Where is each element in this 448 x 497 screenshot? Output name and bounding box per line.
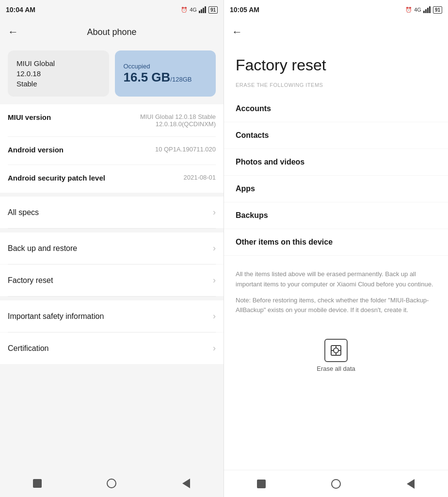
left-nav-bar bbox=[0, 470, 224, 497]
svg-rect-7 bbox=[429, 6, 431, 13]
right-status-bar: 10:05 AM ⏰ 4G 91 bbox=[224, 0, 448, 19]
right-home-icon bbox=[331, 479, 341, 489]
left-time: 10:04 AM bbox=[6, 6, 35, 14]
factory-reset-label: Factory reset bbox=[8, 276, 53, 285]
right-signal-bars-icon bbox=[423, 6, 431, 13]
svg-rect-3 bbox=[205, 6, 206, 13]
left-content: MIUI Global 12.0.18 Stable Occupied 16.5… bbox=[0, 45, 224, 470]
all-specs-chevron: › bbox=[213, 207, 216, 217]
right-back-button[interactable]: ← bbox=[232, 26, 242, 38]
certification-chevron: › bbox=[213, 343, 216, 353]
android-version-value: 10 QP1A.190711.020 bbox=[155, 146, 216, 153]
left-status-icons: ⏰ 4G 91 bbox=[181, 6, 218, 14]
recent-apps-icon bbox=[33, 479, 42, 488]
svg-rect-0 bbox=[199, 11, 200, 13]
safety-info-label: Important safety information bbox=[8, 312, 104, 321]
storage-section: MIUI Global 12.0.18 Stable Occupied 16.5… bbox=[0, 45, 224, 100]
left-status-bar: 10:04 AM ⏰ 4G 91 bbox=[0, 0, 224, 19]
right-back-icon bbox=[407, 479, 415, 489]
miui-version-card: MIUI Global 12.0.18 Stable bbox=[8, 50, 109, 97]
miui-card-text: MIUI Global 12.0.18 Stable bbox=[16, 58, 100, 89]
erase-apps-label: Apps bbox=[236, 184, 436, 193]
security-patch-label: Android security patch level bbox=[8, 174, 105, 182]
erase-all-data-button[interactable] bbox=[324, 339, 348, 362]
right-content: Factory reset ERASE THE FOLLOWING ITEMS … bbox=[224, 45, 448, 470]
right-nav-bar bbox=[224, 470, 448, 497]
warning-text-2: Note: Before restoring items, check whet… bbox=[236, 296, 436, 316]
security-patch-row: Android security patch level 2021-08-01 bbox=[8, 165, 216, 193]
left-nav-home-button[interactable] bbox=[105, 477, 118, 490]
right-header: ← bbox=[224, 19, 448, 45]
battery-indicator: 91 bbox=[208, 6, 218, 14]
android-version-label: Android version bbox=[8, 146, 64, 154]
safety-info-row[interactable]: Important safety information › bbox=[0, 300, 224, 332]
erase-other-label: Other items on this device bbox=[236, 238, 436, 247]
android-version-row: Android version 10 QP1A.190711.020 bbox=[8, 137, 216, 165]
erase-backups-item: Backups bbox=[224, 202, 448, 229]
divider-1 bbox=[0, 193, 224, 197]
svg-point-9 bbox=[334, 348, 338, 353]
right-alarm-icon: ⏰ bbox=[405, 7, 412, 13]
all-specs-row[interactable]: All specs › bbox=[0, 197, 224, 228]
factory-reset-chevron: › bbox=[213, 275, 216, 285]
miui-version-label: MIUI version bbox=[8, 113, 51, 121]
warning-text-1: All the items listed above will be erase… bbox=[236, 269, 436, 290]
back-icon bbox=[182, 479, 190, 488]
left-back-button[interactable]: ← bbox=[8, 26, 18, 38]
right-nav-recent-button[interactable] bbox=[255, 477, 268, 491]
right-battery-indicator: 91 bbox=[433, 6, 442, 14]
erase-accounts-label: Accounts bbox=[236, 104, 436, 113]
signal-bars-icon bbox=[199, 6, 207, 13]
right-panel: 10:05 AM ⏰ 4G 91 ← Factory reset ERASE T… bbox=[224, 0, 448, 497]
left-nav-back-button[interactable] bbox=[179, 477, 193, 490]
backup-restore-row[interactable]: Back up and restore › bbox=[0, 232, 224, 264]
erase-contacts-item: Contacts bbox=[224, 122, 448, 149]
miui-version-value: MIUI Global 12.0.18 Stable12.0.18.0(QCDI… bbox=[140, 113, 216, 128]
miui-version-row: MIUI version MIUI Global 12.0.18 Stable1… bbox=[8, 104, 216, 137]
occupied-label: Occupied bbox=[124, 63, 208, 70]
svg-rect-6 bbox=[427, 8, 429, 13]
factory-reset-row[interactable]: Factory reset › bbox=[0, 265, 224, 296]
certification-row[interactable]: Certification › bbox=[0, 332, 224, 364]
erase-icon-svg bbox=[329, 344, 343, 357]
erase-other-item: Other items on this device bbox=[224, 229, 448, 256]
right-signal-label: 4G bbox=[414, 7, 421, 13]
factory-reset-title: Factory reset bbox=[224, 45, 448, 78]
left-page-title: About phone bbox=[23, 27, 200, 37]
signal-label: 4G bbox=[190, 7, 197, 13]
erase-backups-label: Backups bbox=[236, 211, 436, 220]
left-nav-recent-button[interactable] bbox=[31, 477, 44, 490]
left-header: ← About phone bbox=[0, 19, 224, 45]
alarm-icon: ⏰ bbox=[181, 7, 188, 13]
info-section: MIUI version MIUI Global 12.0.18 Stable1… bbox=[0, 104, 224, 193]
right-nav-back-button[interactable] bbox=[404, 477, 417, 491]
right-nav-home-button[interactable] bbox=[329, 477, 343, 491]
erase-photos-label: Photos and videos bbox=[236, 158, 436, 166]
home-icon bbox=[107, 479, 116, 488]
erase-contacts-label: Contacts bbox=[236, 131, 436, 140]
security-patch-value: 2021-08-01 bbox=[184, 174, 216, 181]
right-time: 10:05 AM bbox=[230, 6, 259, 14]
erase-apps-item: Apps bbox=[224, 176, 448, 202]
right-recent-apps-icon bbox=[257, 480, 266, 488]
storage-card: Occupied 16.5 GB/128GB bbox=[115, 50, 216, 97]
backup-restore-label: Back up and restore bbox=[8, 244, 77, 253]
svg-rect-5 bbox=[425, 9, 427, 13]
all-specs-label: All specs bbox=[8, 208, 39, 217]
svg-rect-2 bbox=[203, 8, 204, 13]
erase-button-section: Erase all data bbox=[224, 331, 448, 382]
erase-subtitle: ERASE THE FOLLOWING ITEMS bbox=[224, 78, 448, 96]
divider-3 bbox=[0, 229, 224, 232]
svg-rect-1 bbox=[201, 9, 202, 13]
safety-info-chevron: › bbox=[213, 311, 216, 321]
backup-restore-chevron: › bbox=[213, 243, 216, 253]
storage-used: 16.5 GB bbox=[124, 70, 171, 84]
divider-6 bbox=[0, 297, 224, 300]
erase-accounts-item: Accounts bbox=[224, 96, 448, 122]
certification-label: Certification bbox=[8, 344, 48, 353]
svg-rect-4 bbox=[423, 11, 425, 13]
erase-photos-item: Photos and videos bbox=[224, 149, 448, 176]
storage-size-row: 16.5 GB/128GB bbox=[124, 70, 208, 85]
right-status-icons: ⏰ 4G 91 bbox=[405, 6, 442, 14]
warning-section: All the items listed above will be erase… bbox=[224, 260, 448, 331]
